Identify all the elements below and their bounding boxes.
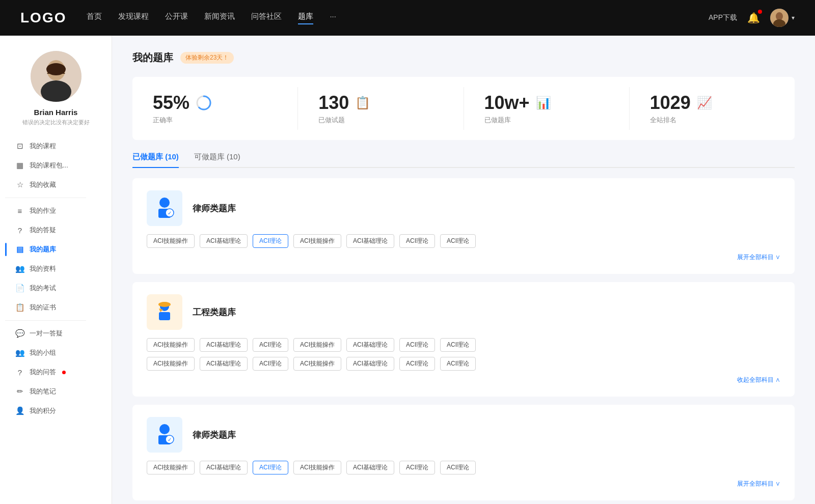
tag-1-5[interactable]: ACI理论 bbox=[399, 338, 435, 352]
sidebar-item-groups[interactable]: 👥 我的小组 bbox=[5, 343, 106, 362]
tag-2-5[interactable]: ACI理论 bbox=[399, 461, 435, 474]
bank-title-0: 律师类题库 bbox=[193, 203, 236, 214]
lawyer-icon: ✓ bbox=[152, 195, 177, 221]
done-questions-label: 已做试题 bbox=[318, 116, 345, 125]
tag-1-4[interactable]: ACI基础理论 bbox=[346, 338, 394, 352]
accuracy-label: 正确率 bbox=[153, 116, 173, 125]
tag-1-13[interactable]: ACI理论 bbox=[440, 357, 476, 371]
notes-icon: ✏ bbox=[15, 387, 24, 396]
groups-icon: 👥 bbox=[15, 348, 24, 357]
tag-1-9[interactable]: ACI理论 bbox=[253, 357, 288, 371]
page-title: 我的题库 bbox=[132, 51, 173, 65]
expand-link-1[interactable]: 收起全部科目 ∧ bbox=[147, 376, 780, 384]
bell-icon: 🔔 bbox=[747, 12, 760, 23]
nav-question-bank[interactable]: 题库 bbox=[298, 12, 313, 24]
tag-1-1[interactable]: ACI基础理论 bbox=[200, 338, 248, 352]
tag-0-4[interactable]: ACI基础理论 bbox=[346, 234, 394, 248]
nav-more[interactable]: ··· bbox=[330, 12, 336, 24]
done-banks-value: 10w+ bbox=[484, 92, 530, 114]
bank-icon-2: ✓ bbox=[147, 417, 182, 453]
tag-1-12[interactable]: ACI理论 bbox=[399, 357, 435, 371]
sidebar-item-certificate[interactable]: 📋 我的证书 bbox=[5, 298, 106, 317]
sidebar-item-question-bank[interactable]: ▤ 我的题库 bbox=[5, 240, 106, 259]
tag-0-5[interactable]: ACI理论 bbox=[399, 234, 435, 248]
tag-0-6[interactable]: ACI理论 bbox=[440, 234, 476, 248]
sidebar-item-exam[interactable]: 📄 我的考试 bbox=[5, 278, 106, 298]
bank-header-0: ✓ 律师类题库 bbox=[147, 190, 780, 226]
my-qa-icon: ? bbox=[15, 368, 24, 377]
tag-2-6[interactable]: ACI理论 bbox=[440, 461, 476, 474]
stat-accuracy: 55% 正确率 bbox=[132, 87, 298, 130]
stat-ranking: 1029 📈 全站排名 bbox=[630, 87, 795, 130]
sidebar-menu: ⊡ 我的课程 ▦ 我的课程包... ☆ 我的收藏 ≡ 我的作业 ? 我的答疑 ▤ bbox=[0, 136, 112, 421]
main-layout: Brian Harris 错误的决定比没有决定要好 ⊡ 我的课程 ▦ 我的课程包… bbox=[0, 36, 815, 504]
expand-link-2[interactable]: 展开全部科目 ∨ bbox=[147, 480, 780, 488]
stat-done-questions: 130 📋 已做试题 bbox=[298, 87, 464, 130]
sidebar-item-favorites[interactable]: ☆ 我的收藏 bbox=[5, 175, 106, 194]
bank-title-2: 律师类题库 bbox=[193, 429, 236, 441]
tag-0-1[interactable]: ACI基础理论 bbox=[200, 234, 248, 248]
user-avatar-menu[interactable]: ▾ bbox=[770, 9, 795, 27]
notification-bell[interactable]: 🔔 bbox=[747, 12, 760, 24]
sidebar-item-materials[interactable]: 👥 我的资料 bbox=[5, 259, 106, 278]
main-content: 我的题库 体验剩余23天！ 55% 正确率 130 📋 bbox=[112, 36, 815, 504]
sidebar-username: Brian Harris bbox=[34, 108, 78, 117]
tags-row-1a: ACI技能操作 ACI基础理论 ACI理论 ACI技能操作 ACI基础理论 AC… bbox=[147, 338, 780, 352]
sidebar-item-my-courses[interactable]: ⊡ 我的课程 bbox=[5, 136, 106, 156]
nav-open-course[interactable]: 公开课 bbox=[165, 12, 188, 24]
tag-2-1[interactable]: ACI基础理论 bbox=[200, 461, 248, 474]
sidebar-item-course-package[interactable]: ▦ 我的课程包... bbox=[5, 156, 106, 175]
bank-header-1: 工程类题库 bbox=[147, 294, 780, 330]
tag-2-4[interactable]: ACI基础理论 bbox=[346, 461, 394, 474]
tag-0-2[interactable]: ACI理论 bbox=[253, 234, 288, 248]
bank-section-1: 工程类题库 ACI技能操作 ACI基础理论 ACI理论 ACI技能操作 ACI基… bbox=[132, 282, 795, 397]
tag-1-11[interactable]: ACI基础理论 bbox=[346, 357, 394, 371]
tab-available-banks[interactable]: 可做题库 (10) bbox=[194, 152, 240, 167]
avatar bbox=[770, 9, 789, 27]
exam-icon: 📄 bbox=[15, 284, 24, 293]
stats-row: 55% 正确率 130 📋 已做试题 10w+ bbox=[132, 77, 795, 140]
sidebar-avatar bbox=[31, 51, 82, 102]
tag-1-2[interactable]: ACI理论 bbox=[253, 338, 288, 352]
tag-0-0[interactable]: ACI技能操作 bbox=[147, 234, 195, 248]
logo: LOGO bbox=[20, 10, 66, 26]
sidebar-item-my-qa[interactable]: ? 我的问答 bbox=[5, 362, 106, 382]
sidebar-item-qa[interactable]: ? 我的答疑 bbox=[5, 220, 106, 240]
package-icon: ▦ bbox=[15, 161, 24, 170]
tag-1-3[interactable]: ACI技能操作 bbox=[293, 338, 341, 352]
tag-1-6[interactable]: ACI理论 bbox=[440, 338, 476, 352]
tag-1-7[interactable]: ACI技能操作 bbox=[147, 357, 195, 371]
expand-link-0[interactable]: 展开全部科目 ∨ bbox=[147, 253, 780, 262]
lawyer-icon-2: ✓ bbox=[152, 422, 177, 447]
nav-news[interactable]: 新闻资讯 bbox=[204, 12, 235, 24]
sidebar-motto: 错误的决定比没有决定要好 bbox=[22, 119, 90, 126]
bank-header-2: ✓ 律师类题库 bbox=[147, 417, 780, 453]
nav-home[interactable]: 首页 bbox=[87, 12, 102, 24]
nav-qa[interactable]: 问答社区 bbox=[251, 12, 282, 24]
tag-2-3[interactable]: ACI技能操作 bbox=[293, 461, 341, 474]
sidebar-item-one-on-one[interactable]: 💬 一对一答疑 bbox=[5, 324, 106, 343]
one-on-one-icon: 💬 bbox=[15, 329, 24, 338]
accuracy-value: 55% bbox=[153, 92, 189, 114]
nav-discover[interactable]: 发现课程 bbox=[118, 12, 149, 24]
tag-1-10[interactable]: ACI技能操作 bbox=[293, 357, 341, 371]
sidebar-item-notes[interactable]: ✏ 我的笔记 bbox=[5, 382, 106, 401]
svg-point-15 bbox=[158, 302, 171, 307]
tag-1-0[interactable]: ACI技能操作 bbox=[147, 338, 195, 352]
svg-rect-14 bbox=[159, 312, 170, 320]
done-banks-label: 已做题库 bbox=[484, 116, 511, 125]
grid-icon: 📊 bbox=[536, 96, 551, 110]
sidebar: Brian Harris 错误的决定比没有决定要好 ⊡ 我的课程 ▦ 我的课程包… bbox=[0, 36, 112, 504]
tag-2-0[interactable]: ACI技能操作 bbox=[147, 461, 195, 474]
tag-1-8[interactable]: ACI基础理论 bbox=[200, 357, 248, 371]
top-navigation: LOGO 首页 发现课程 公开课 新闻资讯 问答社区 题库 ··· APP下载 … bbox=[0, 0, 815, 36]
sidebar-item-points[interactable]: 👤 我的积分 bbox=[5, 401, 106, 421]
tags-row-0: ACI技能操作 ACI基础理论 ACI理论 ACI技能操作 ACI基础理论 AC… bbox=[147, 234, 780, 248]
ranking-label: 全站排名 bbox=[650, 116, 676, 125]
tag-0-3[interactable]: ACI技能操作 bbox=[293, 234, 341, 248]
app-download-button[interactable]: APP下载 bbox=[709, 13, 737, 22]
sidebar-item-homework[interactable]: ≡ 我的作业 bbox=[5, 201, 106, 220]
tab-done-banks[interactable]: 已做题库 (10) bbox=[132, 152, 179, 167]
tag-2-2[interactable]: ACI理论 bbox=[253, 461, 288, 474]
question-bank-icon: ▤ bbox=[15, 245, 24, 254]
